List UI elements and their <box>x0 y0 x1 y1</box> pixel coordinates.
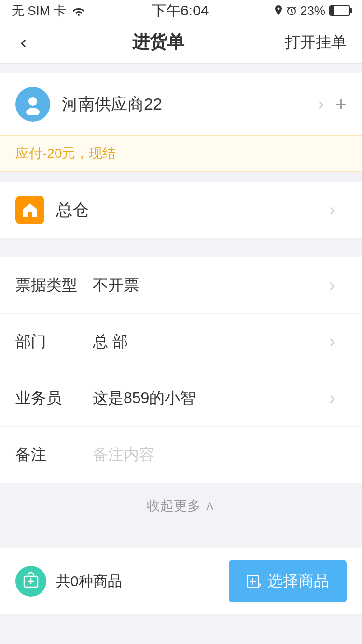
supplier-row[interactable]: 河南供应商22 › + <box>0 73 362 135</box>
product-count-text: 共0种商品 <box>56 572 229 591</box>
invoice-type-label: 票据类型 <box>15 275 83 296</box>
warehouse-icon <box>15 196 44 224</box>
battery-icon <box>329 5 350 16</box>
salesperson-value: 这是859的小智 <box>93 388 329 409</box>
home-icon <box>21 201 39 219</box>
bottom-bar: 共0种商品 选择商品 <box>0 548 362 614</box>
back-button[interactable]: ‹ <box>15 27 31 58</box>
status-right: 23% <box>274 3 350 18</box>
section-gap-1 <box>0 64 362 73</box>
svg-point-2 <box>26 108 40 115</box>
remark-label: 备注 <box>15 444 83 465</box>
collapse-label: 收起更多 ∧ <box>147 498 216 513</box>
supplier-avatar <box>15 87 50 122</box>
status-left: 无 SIM 卡 <box>12 2 86 19</box>
supplier-chevron-icon: › <box>318 94 324 114</box>
background-fill <box>0 614 362 644</box>
section-gap-3 <box>0 238 362 248</box>
section-gap-4 <box>0 529 362 538</box>
notice-bar: 应付-20元，现结 <box>0 135 362 172</box>
warehouse-section: 总仓 › <box>0 182 362 238</box>
warehouse-row[interactable]: 总仓 › <box>0 182 362 238</box>
location-icon <box>274 5 283 16</box>
warehouse-chevron-icon: › <box>329 200 335 220</box>
salesperson-label: 业务员 <box>15 388 83 409</box>
battery-text: 23% <box>300 3 325 18</box>
collapse-bar[interactable]: 收起更多 ∧ <box>0 483 362 529</box>
page-title: 进货单 <box>132 30 184 54</box>
open-pending-button[interactable]: 打开挂单 <box>285 32 347 53</box>
add-icon[interactable]: + <box>335 94 347 115</box>
invoice-type-chevron: › <box>329 275 335 295</box>
select-product-button[interactable]: 选择商品 <box>229 560 347 602</box>
supplier-name: 河南供应商22 <box>62 93 318 115</box>
invoice-type-value: 不开票 <box>93 275 329 296</box>
warehouse-name: 总仓 <box>56 199 329 221</box>
carrier-text: 无 SIM 卡 <box>12 2 66 19</box>
invoice-type-row[interactable]: 票据类型 不开票 › <box>0 257 362 314</box>
person-icon <box>22 94 43 115</box>
department-value: 总 部 <box>93 331 329 352</box>
section-gap-2 <box>0 172 362 182</box>
select-product-label: 选择商品 <box>267 571 329 592</box>
product-count-icon <box>15 566 46 597</box>
department-chevron: › <box>329 332 335 352</box>
select-product-icon <box>246 574 262 589</box>
department-label: 部门 <box>15 331 83 352</box>
alarm-icon <box>287 5 296 16</box>
status-bar: 无 SIM 卡 下午6:04 23% <box>0 0 362 21</box>
supplier-section: 河南供应商22 › + 应付-20元，现结 <box>0 73 362 172</box>
cart-icon <box>21 572 41 591</box>
form-section: 票据类型 不开票 › 部门 总 部 › 业务员 这是859的小智 › 备注 备注… <box>0 257 362 483</box>
department-row[interactable]: 部门 总 部 › <box>0 314 362 370</box>
remark-row[interactable]: 备注 备注内容 <box>0 427 362 483</box>
svg-point-1 <box>28 97 37 106</box>
salesperson-chevron: › <box>329 388 335 408</box>
status-time: 下午6:04 <box>152 1 209 21</box>
wifi-icon <box>71 5 86 16</box>
notice-text: 应付-20元，现结 <box>15 146 116 161</box>
salesperson-row[interactable]: 业务员 这是859的小智 › <box>0 370 362 427</box>
remark-value: 备注内容 <box>93 444 347 465</box>
nav-bar: ‹ 进货单 打开挂单 <box>0 21 362 64</box>
